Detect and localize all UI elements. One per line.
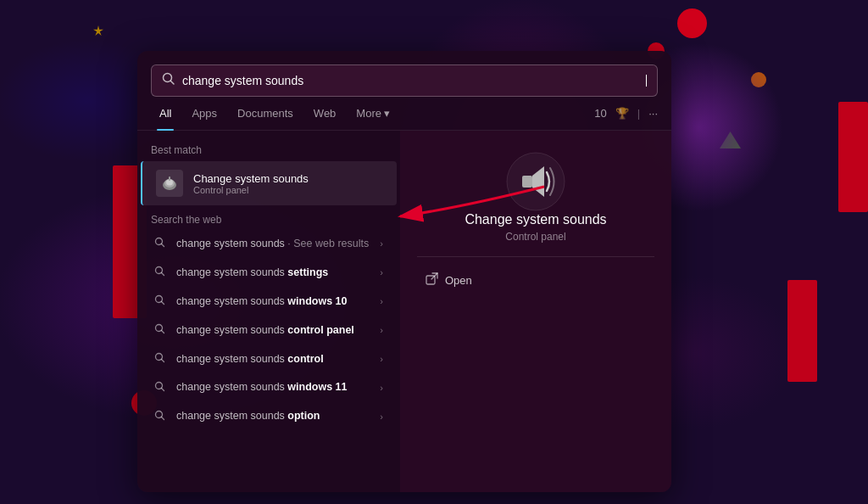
best-match-text: Change system sounds Control panel bbox=[193, 172, 309, 195]
svg-line-17 bbox=[162, 388, 164, 390]
svg-line-11 bbox=[162, 302, 164, 305]
chevron-icon-1: › bbox=[380, 267, 383, 277]
trophy-icon: 🏆 bbox=[615, 107, 629, 120]
chevron-icon-6: › bbox=[380, 412, 383, 422]
best-match-label: Best match bbox=[137, 141, 400, 161]
tab-documents[interactable]: Documents bbox=[229, 104, 302, 123]
best-match-item[interactable]: Change system sounds Control panel bbox=[141, 161, 397, 205]
web-result-0[interactable]: change system sounds · See web results › bbox=[141, 230, 397, 258]
web-result-text-3: change system sounds control panel bbox=[176, 323, 354, 338]
svg-line-19 bbox=[162, 417, 164, 419]
web-result-4[interactable]: change system sounds control › bbox=[141, 345, 397, 373]
tab-apps[interactable]: Apps bbox=[183, 104, 225, 123]
open-button[interactable]: Open bbox=[417, 267, 654, 293]
detail-title: Change system sounds bbox=[465, 212, 606, 227]
web-result-text-2: change system sounds windows 10 bbox=[176, 294, 347, 309]
svg-line-9 bbox=[162, 273, 164, 276]
left-panel: Best match Change system sounds Control … bbox=[137, 131, 400, 492]
chevron-icon-5: › bbox=[380, 383, 383, 393]
svg-line-7 bbox=[162, 244, 164, 247]
chevron-icon-3: › bbox=[380, 325, 383, 335]
web-result-2[interactable]: change system sounds windows 10 › bbox=[141, 288, 397, 316]
search-icon bbox=[162, 72, 175, 89]
web-result-1[interactable]: change system sounds settings › bbox=[141, 259, 397, 287]
detail-speaker-icon bbox=[505, 151, 566, 212]
more-dots[interactable]: ··· bbox=[648, 107, 658, 120]
tabs-row: All Apps Documents Web More ▾ 10 🏆 | ··· bbox=[137, 97, 671, 131]
detail-divider bbox=[417, 256, 654, 257]
content-area: Best match Change system sounds Control … bbox=[137, 131, 671, 492]
svg-line-1 bbox=[171, 81, 175, 85]
tab-all[interactable]: All bbox=[151, 104, 180, 123]
svg-rect-5 bbox=[169, 176, 170, 181]
search-result-icon-3 bbox=[154, 323, 168, 337]
svg-line-13 bbox=[162, 331, 164, 333]
detail-subtitle: Control panel bbox=[505, 231, 565, 243]
tab-counter: 10 bbox=[594, 107, 606, 120]
tabs-right-controls: 10 🏆 | ··· bbox=[594, 107, 658, 120]
web-section-label: Search the web bbox=[137, 205, 400, 229]
open-label: Open bbox=[445, 274, 472, 287]
best-match-icon bbox=[156, 170, 183, 197]
separator-icon: | bbox=[637, 107, 640, 120]
chevron-icon-2: › bbox=[380, 296, 383, 306]
web-result-text-4: change system sounds control bbox=[176, 352, 324, 367]
web-result-6[interactable]: change system sounds option › bbox=[141, 402, 397, 430]
search-result-icon-4 bbox=[154, 352, 168, 366]
search-result-icon-5 bbox=[154, 381, 168, 395]
tab-web[interactable]: Web bbox=[305, 104, 345, 123]
search-result-icon-2 bbox=[154, 294, 168, 308]
external-link-icon bbox=[426, 272, 438, 288]
chevron-icon-4: › bbox=[380, 354, 383, 364]
search-result-icon-6 bbox=[154, 410, 168, 423]
search-bar-container: change system sounds bbox=[137, 51, 671, 97]
search-popup: change system sounds All Apps Documents … bbox=[137, 51, 671, 492]
search-result-icon-0 bbox=[154, 237, 168, 250]
web-result-text-6: change system sounds option bbox=[176, 409, 320, 423]
web-result-text-1: change system sounds settings bbox=[176, 266, 328, 280]
search-result-icon-1 bbox=[154, 266, 168, 279]
svg-line-15 bbox=[162, 359, 164, 361]
chevron-icon-0: › bbox=[380, 238, 383, 249]
search-input[interactable]: change system sounds bbox=[182, 74, 638, 87]
web-result-text-5: change system sounds windows 11 bbox=[176, 380, 347, 395]
tab-more[interactable]: More ▾ bbox=[348, 104, 398, 123]
web-result-text-0: change system sounds · See web results bbox=[176, 237, 369, 251]
best-match-subtitle: Control panel bbox=[193, 185, 309, 195]
web-result-3[interactable]: change system sounds control panel › bbox=[141, 316, 397, 344]
right-detail-panel: Change system sounds Control panel Open bbox=[400, 131, 671, 492]
search-bar[interactable]: change system sounds bbox=[151, 64, 658, 97]
web-result-5[interactable]: change system sounds windows 11 › bbox=[141, 373, 397, 401]
best-match-title: Change system sounds bbox=[193, 172, 309, 185]
svg-rect-21 bbox=[522, 176, 532, 188]
